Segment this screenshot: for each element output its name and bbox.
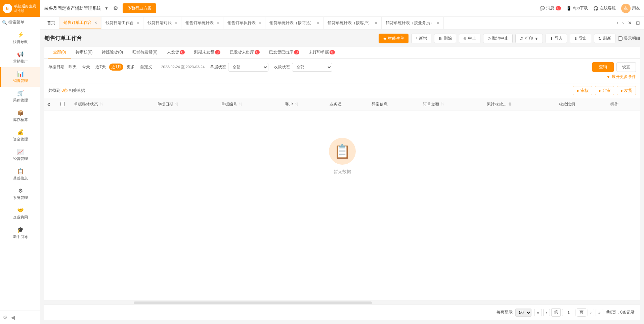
page-last-btn[interactable]: »	[596, 309, 603, 316]
tab-by-staff[interactable]: 销货单统计表（按业务员） ✕	[382, 17, 444, 29]
settings-bottom-icon[interactable]: ⚙	[3, 314, 7, 321]
sort-customer-icon[interactable]: ⇅	[295, 102, 298, 107]
sidebar-item-guide[interactable]: 🎓 新手引导	[0, 223, 40, 243]
search-menu[interactable]: 🔍 搜索菜单	[0, 17, 40, 28]
tab-close-sales-order[interactable]: ✕	[94, 21, 97, 25]
sub-tab-wangpu[interactable]: 旺铺待发货(0)	[128, 47, 162, 58]
sub-tab-overdue[interactable]: 到期未发货0	[189, 47, 225, 58]
tab-prev-icon[interactable]: ‹	[615, 19, 620, 26]
sidebar-item-sales[interactable]: 📊 销售管理	[0, 67, 40, 87]
tab-close-by-customer[interactable]: ✕	[375, 21, 377, 25]
col-settings[interactable]: ⚙	[44, 98, 58, 111]
user-menu[interactable]: 友 用友	[621, 4, 640, 13]
delete-btn[interactable]: 🗑 删除	[434, 34, 456, 43]
tab-close-cash-reconcile[interactable]: ✕	[174, 21, 177, 25]
page-next-btn[interactable]: ›	[588, 309, 594, 316]
online-service-btn[interactable]: 🎧 在线客服	[593, 5, 616, 11]
tab-home[interactable]: 首页	[43, 17, 59, 29]
scrollbar-thumb[interactable]	[134, 301, 372, 304]
sidebar-item-operations[interactable]: 📈 经营管理	[0, 145, 40, 165]
tab-by-product[interactable]: 销货单统计表（按商品） ✕	[265, 17, 324, 29]
tab-close-sales-exec[interactable]: ✕	[258, 21, 261, 25]
date-opt-custom[interactable]: 自定义	[138, 64, 154, 71]
sort-amount-icon[interactable]: ⇅	[441, 102, 444, 107]
refresh-icon: ↻	[598, 36, 602, 41]
page-prev-btn[interactable]: ‹	[543, 309, 550, 316]
collapse-icon[interactable]: ◀	[11, 314, 15, 321]
app-download-btn[interactable]: 📱 App下载	[566, 5, 588, 11]
page-input[interactable]	[562, 309, 575, 316]
sub-tab-shipped-out[interactable]: 已发货已出库0	[264, 47, 304, 58]
system-dropdown[interactable]: ▼	[104, 6, 109, 11]
query-btn[interactable]: 查询	[592, 62, 614, 72]
date-opt-yesterday[interactable]: 昨天	[67, 64, 79, 71]
sidebar-item-quick-nav[interactable]: ⚡ 快捷导航	[0, 28, 40, 48]
scrollbar-area[interactable]	[44, 300, 640, 305]
per-page-select[interactable]: 50	[515, 309, 531, 317]
col-checkbox[interactable]	[58, 98, 71, 111]
col-amount: 订单金额 ⇅	[420, 98, 484, 111]
ai-generate-btn[interactable]: ★ 智能生单	[379, 34, 409, 43]
tab-cash-reconcile[interactable]: 钱货日清对账 ✕	[143, 17, 181, 29]
industry-solution-btn[interactable]: 体验行业方案	[123, 3, 156, 13]
sub-tab-pending-review[interactable]: 待审核(0)	[71, 47, 97, 58]
tab-close-by-staff[interactable]: ✕	[437, 21, 439, 25]
avatar: 友	[621, 4, 631, 13]
tab-close-by-product[interactable]: ✕	[316, 21, 319, 25]
tab-close-all-icon[interactable]: ✕	[627, 19, 633, 26]
sidebar-item-system[interactable]: ⚙ 系统管理	[0, 184, 40, 204]
refresh-btn[interactable]: ↻ 刷新	[594, 34, 615, 43]
tab-close-cash-daily[interactable]: ✕	[136, 21, 139, 25]
sidebar-item-inventory[interactable]: 📦 库存核算	[0, 106, 40, 126]
status-select[interactable]: 全部	[228, 63, 268, 72]
date-opt-7days[interactable]: 近7天	[93, 64, 108, 71]
show-detail-checkbox[interactable]: 显示明细	[618, 36, 640, 41]
sub-tab-shipped-not-out[interactable]: 已发货未出库0	[225, 47, 265, 58]
sub-tab-all[interactable]: 全部(0)	[48, 47, 71, 58]
cancel-stop-btn[interactable]: ⊙ 取消中止	[483, 34, 513, 43]
sidebar-item-purchase[interactable]: 🛒 采购管理	[0, 87, 40, 106]
tab-next-icon[interactable]: ›	[621, 19, 625, 26]
expand-filter-btn[interactable]: ▼ 展开更多条件	[606, 74, 636, 80]
sort-date-icon[interactable]: ⇅	[175, 102, 178, 107]
message-btn[interactable]: 💬 消息 6	[540, 5, 561, 11]
review-action-btn[interactable]: ● 审核	[573, 86, 592, 95]
sidebar-item-base-info[interactable]: 📋 基础信息	[0, 165, 40, 184]
sub-tab-not-printed[interactable]: 未打印单据0	[304, 47, 340, 58]
page-first-btn[interactable]: «	[534, 309, 542, 316]
show-detail-input[interactable]	[618, 36, 622, 41]
export-btn[interactable]: ⬇ 导出	[570, 34, 591, 43]
date-opt-1month[interactable]: 近1月	[109, 64, 124, 71]
payment-select[interactable]: 全部	[292, 63, 332, 72]
tab-sales-stat[interactable]: 销售订单统计表 ✕	[181, 17, 223, 29]
inventory-icon: 📦	[17, 110, 24, 116]
sort-number-icon[interactable]: ⇅	[239, 102, 242, 107]
select-all-checkbox[interactable]	[60, 102, 65, 106]
print-btn[interactable]: 🖨 打印 ▼	[515, 34, 543, 43]
sub-tab-pending-check[interactable]: 待拣验货(0)	[97, 47, 128, 58]
date-opt-more[interactable]: 更多	[125, 64, 137, 71]
sort-status-icon[interactable]: ⇅	[100, 102, 103, 107]
tab-sales-order[interactable]: 销售订单工作台 ✕	[59, 17, 101, 29]
sub-tab-not-shipped[interactable]: 未发货0	[162, 47, 190, 58]
ship-action-btn[interactable]: ● 发货	[617, 86, 636, 95]
tab-by-customer[interactable]: 销货单统计表（按客户） ✕	[324, 17, 382, 29]
sidebar-item-marketing[interactable]: 📢 营销推广	[0, 48, 40, 67]
sidebar-item-finance[interactable]: 💰 资金管理	[0, 126, 40, 145]
sort-collected-icon[interactable]: ⇅	[508, 102, 512, 107]
message-icon: 💬	[540, 6, 545, 11]
tab-cash-daily[interactable]: 钱货日清工作台 ✕	[101, 17, 143, 29]
set-btn[interactable]: 设置	[616, 62, 636, 72]
import-btn[interactable]: ⬆ 导入	[546, 34, 567, 43]
tab-close-sales-stat[interactable]: ✕	[216, 21, 219, 25]
tab-expand-icon[interactable]: ⊡	[635, 19, 641, 26]
tab-sales-exec[interactable]: 销售订单执行表 ✕	[223, 17, 265, 29]
add-btn[interactable]: + 新增	[411, 34, 431, 43]
sidebar-item-enterprise[interactable]: 🤝 企业协同	[0, 204, 40, 223]
sidebar-bottom: ⚙ ◀	[0, 311, 40, 324]
stop-btn[interactable]: ⊗ 中止	[459, 34, 480, 43]
cancel-review-btn[interactable]: ● 弃审	[595, 86, 614, 95]
date-opt-today[interactable]: 今天	[80, 64, 92, 71]
topbar: 装备及固定资产辅助管理系统 ▼ ⚙ 体验行业方案 💬 消息 6 📱 App下载 …	[40, 0, 644, 17]
topbar-settings-icon[interactable]: ⚙	[113, 5, 118, 11]
